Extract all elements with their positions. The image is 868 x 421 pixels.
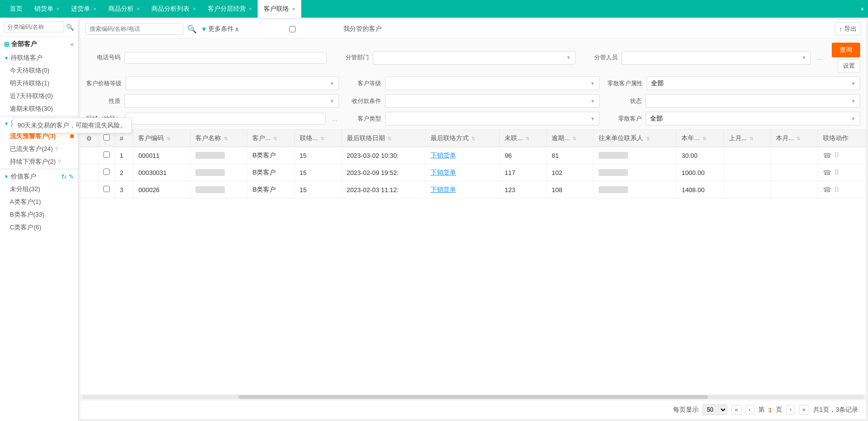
retail-select[interactable]: 全部 ▼ (646, 112, 860, 125)
my-customers-label: 我分管的客户 (343, 25, 382, 33)
row-unit-contact-1 (594, 164, 676, 181)
contact-action-icon-2[interactable]: ☎ (823, 186, 831, 194)
tier-select[interactable]: ▼ (385, 76, 600, 90)
filter-dept: 分管部门 ▼ (335, 51, 575, 65)
retail-attr-label: 零散客户属性 (607, 79, 643, 88)
region-input[interactable] (125, 113, 326, 124)
export-button[interactable]: ↑ 导出 (835, 23, 862, 35)
more-action-icon-0[interactable]: ⠿ (834, 151, 839, 159)
more-conditions-btn[interactable]: ▼ 更多条件 ∧ (201, 25, 240, 33)
sidebar-all-customers[interactable]: ⊞ 全部客户 « (0, 37, 78, 51)
more-action-icon-2[interactable]: ⠿ (834, 186, 839, 194)
close-all-icon[interactable]: × (860, 5, 864, 13)
nav-tab-goods-analysis[interactable]: 商品分析 × (102, 0, 145, 18)
col-this-month[interactable]: 本月... ⇅ (771, 130, 818, 147)
close-goods-list-icon[interactable]: × (193, 6, 195, 12)
nav-tab-goods-list[interactable]: 商品分析列表 × (145, 0, 201, 18)
nature-select[interactable]: ▼ (124, 94, 339, 108)
filter-row-1: 电话号码 分管部门 ▼ 分管人员 ▼ ... (86, 43, 860, 73)
col-unit-contact[interactable]: 往来单位联系人 ⇅ (594, 130, 676, 147)
sidebar-item-retention[interactable]: 持续下滑客户(2) ? (0, 155, 78, 168)
horizontal-scrollbar[interactable] (80, 394, 866, 400)
col-contact[interactable]: 联络... ⇅ (294, 130, 341, 147)
filter-price-tier: 客户价格等级 ▼ (86, 76, 339, 90)
col-last-month[interactable]: 上月... ⇅ (723, 130, 771, 147)
sidebar-search-icon[interactable]: 🔍 (66, 24, 74, 31)
row-last-method-1[interactable]: 下销货单 (425, 164, 499, 181)
filter-status: 状态 ▼ (607, 94, 860, 108)
retail-label: 零散客户 (607, 115, 642, 123)
sidebar-item-overdue[interactable]: 逾期未联络(30) (0, 102, 78, 115)
dept-select[interactable]: ▼ (373, 51, 575, 65)
home-label: 首页 (10, 4, 23, 13)
retail-attr-select[interactable]: 全部 ▼ (647, 76, 860, 90)
payment-select[interactable]: ▼ (385, 94, 600, 108)
col-last-method[interactable]: 最后联络方式 ⇅ (425, 130, 499, 147)
row-last-method-0[interactable]: 下销货单 (425, 147, 499, 164)
sidebar-section-pending[interactable]: ▼ 待联络客户 (0, 51, 78, 64)
sidebar-section-value[interactable]: ▼ 价值客户 ↻ ✎ (0, 170, 78, 183)
col-code[interactable]: 客户编码 ⇅ (133, 130, 190, 147)
nav-tab-customer-tier[interactable]: 客户分层经营 × (202, 0, 258, 18)
table-row: 3 000026 B类客户 15 2023-02-03 11:12: 下销货单 … (80, 181, 866, 198)
sidebar-item-ungroup[interactable]: 未分组(32) (0, 183, 78, 196)
nav-tab-sales-label: 销货单 (34, 4, 53, 13)
status-select[interactable]: ▼ (646, 94, 860, 108)
row-checkbox-1[interactable] (98, 164, 115, 181)
col-last-date[interactable]: 最后联络日期 ⇅ (341, 130, 425, 147)
col-overdue[interactable]: 逾期... ⇅ (547, 130, 594, 147)
search-input[interactable] (85, 23, 183, 35)
sidebar-item-class-c[interactable]: C类客户(6) (0, 221, 78, 234)
sidebar-item-class-b[interactable]: B类客户(33) (0, 208, 78, 221)
cust-type-select[interactable]: ▼ (385, 112, 600, 125)
sidebar-item-already-churn[interactable]: 已流失客户(24) ? (0, 143, 78, 155)
nav-home[interactable]: 首页 (4, 0, 28, 18)
filter-icon: ▼ (201, 25, 207, 33)
row-checkbox-0[interactable] (98, 147, 115, 164)
close-contact-icon[interactable]: × (292, 6, 295, 12)
row-checkbox-2[interactable] (98, 181, 115, 198)
close-goods-icon[interactable]: × (137, 6, 140, 12)
phone-input[interactable] (124, 52, 327, 64)
close-sales-icon[interactable]: × (56, 6, 59, 12)
row-type-1: B类客户 (247, 164, 294, 181)
edit-icon[interactable]: ✎ (69, 173, 74, 180)
close-purchase-icon[interactable]: × (93, 6, 96, 12)
contact-action-icon-0[interactable]: ☎ (823, 151, 831, 159)
row-last-method-2[interactable]: 下销货单 (425, 181, 499, 198)
more-action-icon-1[interactable]: ⠿ (834, 169, 839, 176)
nav-tab-purchase[interactable]: 进货单 × (65, 0, 102, 18)
col-name[interactable]: 客户名称 ⇅ (190, 130, 247, 147)
sidebar-item-7days[interactable]: 近7天待联络(0) (0, 90, 78, 102)
next-page-button[interactable]: › (786, 405, 795, 415)
last-page-button[interactable]: » (799, 405, 809, 415)
sidebar-search-input[interactable] (4, 22, 64, 32)
nav-tab-customer-contact[interactable]: 客户联络 × (258, 0, 301, 18)
region-dots-icon[interactable]: ... (330, 115, 339, 123)
nav-tab-sales[interactable]: 销货单 × (28, 0, 65, 18)
sidebar-item-class-a[interactable]: A类客户(1) (0, 196, 78, 208)
person-select[interactable]: ▼ (622, 51, 811, 65)
col-type[interactable]: 客户... ⇅ (247, 130, 294, 147)
first-page-button[interactable]: « (731, 405, 742, 415)
contact-action-icon-1[interactable]: ☎ (823, 169, 831, 176)
col-this-year[interactable]: 本年... ⇅ (676, 130, 723, 147)
value-label: 价值客户 (11, 172, 36, 181)
sidebar-item-today[interactable]: 今天待联络(0) (0, 64, 78, 77)
my-customers-checkbox[interactable] (243, 26, 341, 32)
col-no-contact[interactable]: 未联... ⇅ (500, 130, 547, 147)
sidebar-item-tomorrow[interactable]: 明天待联络(1) (0, 77, 78, 90)
prev-page-button[interactable]: ‹ (746, 405, 754, 415)
close-tier-icon[interactable]: × (249, 6, 252, 12)
page-size-label: 每页显示 (673, 405, 699, 414)
person-dots-icon[interactable]: ... (815, 54, 824, 61)
select-all-checkbox[interactable] (103, 134, 110, 141)
refresh-icon[interactable]: ↻ (61, 173, 67, 180)
page-size-select[interactable]: 50 100 (702, 404, 727, 415)
collapse-icon[interactable]: « (70, 40, 74, 48)
price-tier-select[interactable]: ▼ (125, 76, 339, 90)
query-button[interactable]: 查询 (832, 43, 860, 57)
toolbar-search-icon[interactable]: 🔍 (187, 25, 197, 34)
settings-button[interactable]: 设置 (838, 59, 860, 73)
row-name-2 (190, 181, 247, 198)
